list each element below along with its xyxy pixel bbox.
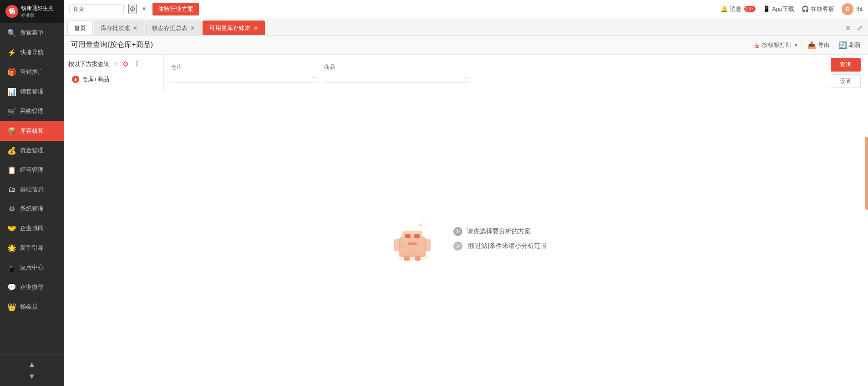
finance-icon: 💰: [7, 146, 16, 155]
sidebar-item-purchase[interactable]: 🛒 采购管理: [0, 102, 64, 121]
sidebar-item-finance[interactable]: 💰 资金管理: [0, 141, 64, 160]
warehouse-input[interactable]: [171, 74, 310, 81]
export-label: 导出: [818, 41, 830, 49]
tab-receipt-summary[interactable]: 收发存汇总表 ✕: [145, 21, 202, 35]
scheme-settings-button[interactable]: ⚙: [122, 60, 129, 68]
tab-home-label: 首页: [74, 24, 86, 32]
divider: |: [833, 41, 835, 48]
app-download-label: App下载: [772, 5, 794, 13]
svg-point-13: [425, 226, 427, 228]
dropdown-icon[interactable]: ▼: [141, 5, 147, 12]
page-header: 可用量查询(按仓库+商品) 🖨 按模板打印 ▼ | 📤 导出 | 🔄 刷新: [64, 36, 868, 55]
refresh-icon: 🔄: [838, 41, 847, 49]
topbar: ⚙ ▼ 体验行业方案 🔔 消息 99+ 📱 App下载 🎧 在线客服 R Rit: [64, 0, 868, 18]
export-action[interactable]: 📤 导出: [807, 41, 830, 49]
tab-batch-account[interactable]: 库存批次账 ✕: [94, 21, 144, 35]
sidebar-item-basic[interactable]: 🗂 基础信息: [0, 180, 64, 199]
print-dropdown-icon[interactable]: ▼: [793, 42, 798, 48]
sidebar-scroll-down[interactable]: ▼: [4, 371, 60, 382]
tab-close-icon[interactable]: ✕: [133, 25, 137, 31]
sidebar-item-label: 系统管理: [20, 205, 44, 213]
tabbar: 首页 库存批次账 ✕ 收发存汇总表 ✕ 可用量库存账本 ✕ ✕ ⤢: [64, 18, 868, 36]
print-action[interactable]: 🖨 按模板打印 ▼: [753, 41, 798, 49]
sidebar-item-label: 销售管理: [20, 87, 44, 96]
inventory-icon: 📦: [7, 127, 16, 135]
sidebar-item-operations[interactable]: 📋 经营管理: [0, 160, 64, 180]
add-scheme-button[interactable]: ＋: [112, 59, 120, 69]
sidebar-item-wechat[interactable]: 💬 企业微信: [0, 278, 64, 297]
warehouse-input-row: ···: [171, 72, 317, 82]
sidebar-item-search[interactable]: 🔍 搜索菜单: [0, 23, 64, 43]
tab-available-stock[interactable]: 可用量库存账本 ✕: [203, 21, 265, 35]
close-tab-button[interactable]: ✕: [843, 23, 853, 33]
tab-home[interactable]: 首页: [67, 21, 93, 35]
sidebar-bottom: ▲ ▼: [0, 355, 64, 386]
tab-close-icon[interactable]: ✕: [190, 25, 195, 31]
notification-item[interactable]: 🔔 消息 99+: [721, 5, 756, 13]
sidebar-item-label: 搜索菜单: [20, 29, 44, 37]
sidebar-scroll: 🔍 搜索菜单 ⚡ 快捷导航 🎁 营销推广 📊 销售管理 🛒 采购管理 📦 库存核…: [0, 23, 64, 355]
scheme-icon-svg: [72, 76, 79, 82]
sidebar-item-label: 畅会员: [20, 303, 38, 311]
refresh-label: 刷新: [849, 41, 861, 49]
tip-number-2: ②: [453, 242, 462, 251]
app-name: 畅康通好生意: [21, 5, 54, 12]
svg-rect-6: [408, 242, 417, 245]
refresh-action[interactable]: 🔄 刷新: [838, 41, 861, 49]
sidebar-scroll-up[interactable]: ▲: [4, 359, 60, 371]
warehouse-more-button[interactable]: ···: [312, 74, 317, 81]
headset-icon: 🎧: [802, 5, 809, 12]
sidebar-item-shortcut[interactable]: ⚡ 快捷导航: [0, 43, 64, 62]
online-service-item[interactable]: 🎧 在线客服: [802, 5, 834, 13]
expand-tab-button[interactable]: ⤢: [855, 23, 864, 33]
tab-available-label: 可用量库存账本: [209, 24, 251, 32]
filter-settings-button[interactable]: 设置: [831, 74, 861, 88]
cart-icon: 🛒: [7, 107, 16, 116]
scheme-header: 按以下方案查询 ＋ ⚙ 《: [68, 59, 159, 69]
content-area: 可用量查询(按仓库+商品) 🖨 按模板打印 ▼ | 📤 导出 | 🔄 刷新: [64, 36, 868, 386]
sidebar-item-inventory[interactable]: 📦 库存核算: [0, 121, 64, 141]
tab-close-icon[interactable]: ✕: [254, 25, 258, 31]
tab-receipt-label: 收发存汇总表: [152, 24, 188, 32]
scheme-header-label: 按以下方案查询: [68, 60, 110, 68]
sidebar-item-system[interactable]: ⚙ 系统管理: [0, 199, 64, 219]
tip-text-1: 请先选择要分析的方案: [467, 227, 531, 236]
sidebar-item-label: 营销推广: [20, 68, 44, 76]
empty-tips: ① 请先选择要分析的方案 ② 用[过滤]条件来缩小分析范围: [453, 227, 547, 251]
app-edition: 标准版: [21, 12, 54, 19]
sidebar-item-label: 新手引导: [20, 244, 44, 252]
topbar-right: 🔔 消息 99+ 📱 App下载 🎧 在线客服 R Rit: [721, 3, 863, 15]
username: Rit: [855, 5, 863, 12]
settings-icon[interactable]: ⚙: [128, 4, 137, 14]
app-download-item[interactable]: 📱 App下载: [763, 5, 794, 13]
product-more-button[interactable]: ···: [465, 74, 470, 81]
empty-illustration: [385, 211, 440, 266]
collapse-scheme-button[interactable]: 《: [132, 59, 139, 69]
page-title: 可用量查询(按仓库+商品): [71, 40, 153, 50]
sidebar-item-guide[interactable]: 🌟 新手引导: [0, 238, 64, 258]
product-filter-field: 商品 ···: [324, 63, 470, 82]
sidebar-item-marketing[interactable]: 🎁 营销推广: [0, 62, 64, 82]
sidebar-item-enterprise[interactable]: 🤝 企业协同: [0, 219, 64, 238]
right-scroll-indicator: [865, 137, 868, 210]
sidebar-item-sales[interactable]: 📊 销售管理: [0, 82, 64, 102]
search-input[interactable]: [69, 4, 124, 14]
sidebar-item-label: 应用中心: [20, 263, 44, 272]
sidebar-item-member[interactable]: 👑 畅会员: [0, 297, 64, 317]
tab-batch-label: 库存批次账: [101, 24, 130, 32]
sidebar-item-appcenter[interactable]: 📱 应用中心: [0, 258, 64, 278]
notification-count: 99+: [744, 6, 756, 12]
search-icon: 🔍: [7, 29, 16, 37]
divider: |: [802, 41, 803, 48]
scheme-item-warehouse[interactable]: 仓库+商品: [68, 72, 159, 86]
query-button[interactable]: 查询: [831, 58, 861, 72]
scheme-dot-icon: [72, 76, 79, 83]
sidebar-item-label: 经营管理: [20, 166, 44, 174]
product-input[interactable]: [324, 74, 463, 81]
operations-icon: 📋: [7, 166, 16, 175]
guide-icon: 🌟: [7, 244, 16, 252]
user-area[interactable]: R Rit: [842, 3, 863, 15]
industry-solution-button[interactable]: 体验行业方案: [152, 3, 199, 15]
member-icon: 👑: [7, 303, 16, 311]
warehouse-filter-field: 仓库 ···: [171, 63, 317, 82]
